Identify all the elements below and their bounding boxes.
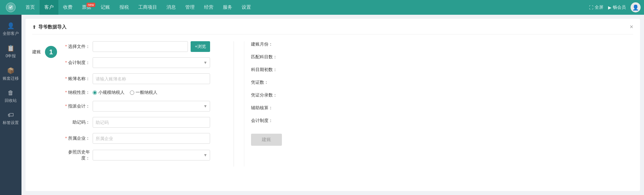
ledger-row: * 账簿名称： <box>62 73 210 84</box>
info-voucher-records-label: 凭证分录数： <box>251 92 281 98</box>
nav-item-operation[interactable]: 经营 <box>199 0 218 15</box>
ledger-input[interactable] <box>93 73 210 84</box>
company-row: * 所属企业： <box>62 133 210 144</box>
membership-icon: ▶ <box>608 5 611 10</box>
nav-item-invoice[interactable]: 票据 new <box>77 0 96 15</box>
info-match-label: 匹配科目数： <box>251 54 281 60</box>
nav-item-business[interactable]: 工商项目 <box>134 0 162 15</box>
nav-item-settings[interactable]: 设置 <box>237 0 256 15</box>
memo-label: 助记码： <box>62 119 93 125</box>
top-navigation: 首页 客户 收费 票据 new 记账 报税 工商项目 消息 管理 经营 服务 设… <box>0 0 644 15</box>
accounting-label: * 会计制度： <box>62 60 93 66</box>
step-circle: 1 <box>45 46 57 58</box>
info-voucher-label: 凭证数： <box>251 79 281 85</box>
nav-item-home[interactable]: 首页 <box>21 0 40 15</box>
nav-item-message[interactable]: 消息 <box>162 0 181 15</box>
accounting-row: * 会计制度： ▼ <box>62 57 210 68</box>
zero-declare-icon: 📋 <box>7 45 14 52</box>
file-label: * 选择文件： <box>62 44 93 50</box>
info-voucher-row: 凭证数： <box>251 79 633 85</box>
nav-item-service[interactable]: 服务 <box>218 0 237 15</box>
step-column: 建账 1 <box>32 41 62 167</box>
accountant-label: * 指派会计： <box>62 103 93 109</box>
sidebar: 👤 全部客户 📋 0申报 📦 账套迁移 🗑 回收站 🏷 标签设置 <box>0 15 21 195</box>
step-label: 建账 <box>32 49 41 55</box>
migration-icon: 📦 <box>7 67 14 74</box>
membership-button[interactable]: ▶ 畅会员 <box>608 4 626 10</box>
page-header: ⬆ 导爷数据导入 <box>32 24 633 35</box>
nav-item-tax[interactable]: 报税 <box>115 0 134 15</box>
info-accounting-system-label: 会计制度： <box>251 118 281 124</box>
file-input-group: +浏览 <box>93 41 210 52</box>
accountant-row: * 指派会计： ▼ <box>62 101 210 112</box>
history-label: 参照历史年度： <box>62 149 93 161</box>
sidebar-item-tags[interactable]: 🏷 标签设置 <box>0 108 21 130</box>
tags-icon: 🏷 <box>8 112 14 119</box>
recycle-icon: 🗑 <box>8 89 14 96</box>
nav-item-fee[interactable]: 收费 <box>58 0 77 15</box>
close-button[interactable]: × <box>630 23 633 30</box>
all-customers-icon: 👤 <box>7 22 14 29</box>
fullscreen-icon: ⛶ <box>589 5 593 10</box>
page-container: ⬆ 导爷数据导入 × 建账 1 * 选择文件： <box>26 19 640 191</box>
nav-item-bookkeeping[interactable]: 记账 <box>96 0 115 15</box>
info-month-label: 建账月份： <box>251 41 281 47</box>
tax-row: * 纳税性质： 小规模纳税人 一般纳税人 <box>62 89 210 95</box>
page-title: 导爷数据导入 <box>38 24 66 30</box>
info-accounting-system-row: 会计制度： <box>251 118 633 124</box>
info-period-label: 科目期初数： <box>251 67 281 73</box>
history-select[interactable] <box>93 150 210 160</box>
info-match-row: 匹配科目数： <box>251 54 633 60</box>
main-content: ⬆ 导爷数据导入 × 建账 1 * 选择文件： <box>21 15 644 195</box>
tax-label: * 纳税性质： <box>62 89 93 95</box>
sidebar-item-zero-declare[interactable]: 📋 0申报 <box>0 41 21 63</box>
info-aux-row: 辅助核算： <box>251 105 633 111</box>
file-input-row: * 选择文件： +浏览 <box>62 41 210 52</box>
accountant-select-wrapper: ▼ <box>93 101 210 112</box>
fullscreen-button[interactable]: ⛶ 全屏 <box>589 4 603 10</box>
step-header: 建账 1 <box>32 46 57 58</box>
history-row: 参照历史年度： ▼ <box>62 149 210 161</box>
sidebar-item-migration[interactable]: 📦 账套迁移 <box>0 63 21 85</box>
memo-row: 助记码： <box>62 117 210 128</box>
company-input[interactable] <box>93 133 210 144</box>
general-taxpayer-option[interactable]: 一般纳税人 <box>130 89 157 95</box>
nav-right-area: ⛶ 全屏 ▶ 畅会员 👤 <box>589 2 641 12</box>
avatar-icon: 👤 <box>632 4 639 11</box>
file-text-input[interactable] <box>93 41 188 52</box>
accounting-select[interactable] <box>93 57 210 68</box>
build-account-button[interactable]: 建账 <box>251 134 282 146</box>
tax-radio-group: 小规模纳税人 一般纳税人 <box>93 89 210 95</box>
avatar[interactable]: 👤 <box>631 2 641 12</box>
sidebar-item-all-customers[interactable]: 👤 全部客户 <box>0 18 21 41</box>
nav-item-manage[interactable]: 管理 <box>181 0 199 15</box>
browse-button[interactable]: +浏览 <box>191 41 210 52</box>
small-taxpayer-option[interactable]: 小规模纳税人 <box>93 89 125 95</box>
app-logo[interactable] <box>3 0 18 15</box>
company-label: * 所属企业： <box>62 135 93 141</box>
ledger-label: * 账簿名称： <box>62 76 93 82</box>
info-aux-label: 辅助核算： <box>251 105 281 111</box>
form-left: * 选择文件： +浏览 * 会计制度： <box>62 41 224 167</box>
accounting-select-wrapper: ▼ <box>93 57 210 68</box>
accountant-select[interactable] <box>93 101 210 112</box>
history-select-wrapper: ▼ <box>93 150 210 160</box>
nav-menu: 首页 客户 收费 票据 new 记账 报税 工商项目 消息 管理 经营 服务 设… <box>21 0 589 15</box>
info-voucher-records-row: 凭证分录数： <box>251 92 633 98</box>
sidebar-item-recycle[interactable]: 🗑 回收站 <box>0 85 21 108</box>
info-month-row: 建账月份： <box>251 41 633 47</box>
form-area: 建账 1 * 选择文件： +浏览 <box>32 41 633 167</box>
form-right: 建账月份： 匹配科目数： 科目期初数： 凭证数： 凭证分录数： <box>244 41 633 167</box>
info-period-row: 科目期初数： <box>251 67 633 73</box>
small-taxpayer-radio[interactable] <box>93 90 97 95</box>
new-badge: new <box>87 3 95 7</box>
import-icon: ⬆ <box>32 24 36 30</box>
nav-item-customer[interactable]: 客户 <box>40 0 58 15</box>
memo-input[interactable] <box>93 117 210 128</box>
vertical-divider <box>234 41 234 167</box>
general-taxpayer-radio[interactable] <box>130 90 134 95</box>
